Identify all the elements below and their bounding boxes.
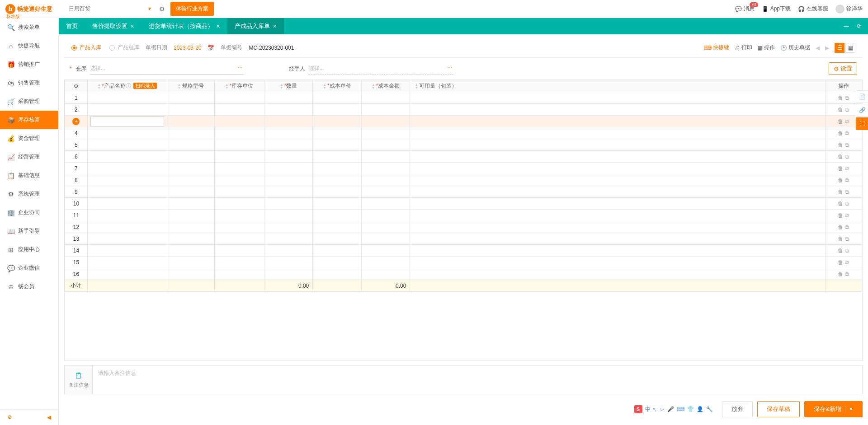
amount-cell[interactable] — [361, 221, 410, 233]
product-name-cell[interactable] — [87, 233, 167, 245]
tabs-refresh-button[interactable]: ⟳ — [854, 21, 864, 32]
unit-cell[interactable] — [214, 151, 264, 163]
copy-row-icon[interactable]: ⧉ — [845, 212, 849, 219]
next-doc-icon[interactable]: ▶ — [825, 45, 829, 51]
scan-input-button[interactable]: 扫码录入 — [133, 83, 157, 89]
qty-cell[interactable] — [264, 221, 313, 233]
discard-button[interactable]: 放弃 — [722, 401, 753, 417]
qty-cell[interactable] — [264, 163, 313, 174]
amount-cell[interactable] — [361, 151, 410, 163]
price-cell[interactable] — [313, 174, 362, 186]
tab-1[interactable]: 售价提取设置✕ — [85, 18, 142, 34]
sidebar-item-11[interactable]: 📖新手引导 — [0, 222, 58, 240]
delete-row-icon[interactable]: 🗑 — [838, 130, 843, 136]
product-name-cell[interactable] — [87, 174, 167, 186]
ime-smile-icon[interactable]: ☺ — [659, 406, 665, 412]
save-new-button[interactable]: 保存&新增 ▼ — [804, 401, 863, 417]
view-card-button[interactable]: ▦ — [845, 43, 855, 53]
amount-cell[interactable] — [361, 186, 410, 198]
table-row[interactable]: 5🗑⧉ — [65, 139, 862, 151]
spec-cell[interactable] — [167, 127, 214, 139]
experience-plan-button[interactable]: 体验行业方案 — [170, 2, 214, 16]
spec-cell[interactable] — [167, 245, 214, 257]
sidebar-item-12[interactable]: ⊞应用中心 — [0, 240, 58, 259]
product-name-input[interactable] — [90, 117, 164, 126]
sidebar-item-14[interactable]: ♔畅会员 — [0, 277, 58, 296]
copy-row-icon[interactable]: ⧉ — [845, 107, 849, 113]
qty-cell[interactable] — [264, 233, 313, 245]
tab-2[interactable]: 进货单统计表（按商品）✕ — [142, 18, 227, 34]
user-menu[interactable]: 徐泽华 — [835, 5, 863, 14]
copy-row-icon[interactable]: ⧉ — [845, 165, 849, 172]
copy-row-icon[interactable]: ⧉ — [845, 95, 849, 101]
product-name-cell[interactable] — [87, 151, 167, 163]
more-icon[interactable]: ⋯ — [447, 65, 453, 72]
dock-attach-button[interactable]: 🔗 — [856, 104, 868, 117]
product-name-cell[interactable] — [87, 210, 167, 221]
qty-cell[interactable] — [264, 104, 313, 116]
spec-cell[interactable] — [167, 186, 214, 198]
qty-cell[interactable] — [264, 268, 313, 280]
tab-0[interactable]: 首页 — [59, 18, 85, 34]
unit-cell[interactable] — [214, 221, 264, 233]
copy-row-icon[interactable]: ⧉ — [845, 130, 849, 136]
amount-cell[interactable] — [361, 163, 410, 174]
delete-row-icon[interactable]: 🗑 — [838, 95, 843, 101]
sidebar-settings-icon[interactable]: ⚙ — [7, 414, 12, 420]
unit-cell[interactable] — [214, 245, 264, 257]
delete-row-icon[interactable]: 🗑 — [838, 248, 843, 254]
ime-keyboard-icon[interactable]: ⌨ — [677, 406, 684, 412]
table-row[interactable]: 12🗑⧉ — [65, 221, 862, 233]
dock-expand-button[interactable]: ⛶ — [856, 117, 868, 130]
ime-icon[interactable]: S — [634, 405, 642, 413]
unit-cell[interactable] — [214, 210, 264, 221]
messages-link[interactable]: 💬 消息 70 — [735, 5, 755, 13]
product-name-cell[interactable] — [87, 245, 167, 257]
qty-cell[interactable] — [264, 139, 313, 151]
copy-row-icon[interactable]: ⧉ — [845, 201, 849, 207]
col-settings-header[interactable]: ⚙ — [65, 80, 88, 92]
delete-row-icon[interactable]: 🗑 — [838, 212, 843, 219]
ime-skin-icon[interactable]: 👕 — [687, 406, 694, 412]
product-name-cell[interactable] — [87, 139, 167, 151]
ime-mic-icon[interactable]: 🎤 — [667, 406, 674, 412]
amount-cell[interactable] — [361, 233, 410, 245]
sidebar-item-3[interactable]: 🛍销售管理 — [0, 74, 58, 92]
table-row[interactable]: 11🗑⧉ — [65, 210, 862, 221]
price-cell[interactable] — [313, 151, 362, 163]
spec-cell[interactable] — [167, 268, 214, 280]
sidebar-item-8[interactable]: 📋基础信息 — [0, 166, 58, 185]
save-draft-button[interactable]: 保存草稿 — [757, 401, 800, 417]
app-download-link[interactable]: 📱 App下载 — [762, 5, 791, 13]
price-cell[interactable] — [313, 268, 362, 280]
table-row[interactable]: +🗑⧉ — [65, 116, 862, 127]
handler-input[interactable]: 选择... ⋯ — [309, 63, 453, 75]
spec-cell[interactable] — [167, 163, 214, 174]
tab-close-icon[interactable]: ✕ — [216, 23, 220, 29]
delete-row-icon[interactable]: 🗑 — [838, 271, 843, 277]
amount-cell[interactable] — [361, 92, 410, 104]
view-list-button[interactable]: ☰ — [835, 43, 844, 53]
table-row[interactable]: 15🗑⧉ — [65, 257, 862, 268]
price-cell[interactable] — [313, 233, 362, 245]
ime-tool-icon[interactable]: 🔧 — [706, 406, 713, 412]
table-row[interactable]: 10🗑⧉ — [65, 198, 862, 210]
unit-cell[interactable] — [214, 174, 264, 186]
spec-cell[interactable] — [167, 139, 214, 151]
col-available-header[interactable]: ▲▼可用量（包装） — [410, 80, 825, 92]
product-name-cell[interactable] — [87, 268, 167, 280]
tab-3[interactable]: 产成品入库单✕ — [227, 18, 284, 34]
spec-cell[interactable] — [167, 92, 214, 104]
sidebar-item-6[interactable]: 💰资金管理 — [0, 129, 58, 148]
copy-row-icon[interactable]: ⧉ — [845, 118, 849, 125]
price-cell[interactable] — [313, 139, 362, 151]
unit-cell[interactable] — [214, 233, 264, 245]
spec-cell[interactable] — [167, 116, 214, 127]
tab-close-icon[interactable]: ✕ — [130, 23, 134, 29]
dock-note-button[interactable]: 📄 — [856, 90, 868, 103]
table-row[interactable]: 14🗑⧉ — [65, 245, 862, 257]
amount-cell[interactable] — [361, 116, 410, 127]
sidebar-item-5[interactable]: 📦库存核算 — [0, 111, 58, 129]
unit-cell[interactable] — [214, 104, 264, 116]
delete-row-icon[interactable]: 🗑 — [838, 236, 843, 242]
